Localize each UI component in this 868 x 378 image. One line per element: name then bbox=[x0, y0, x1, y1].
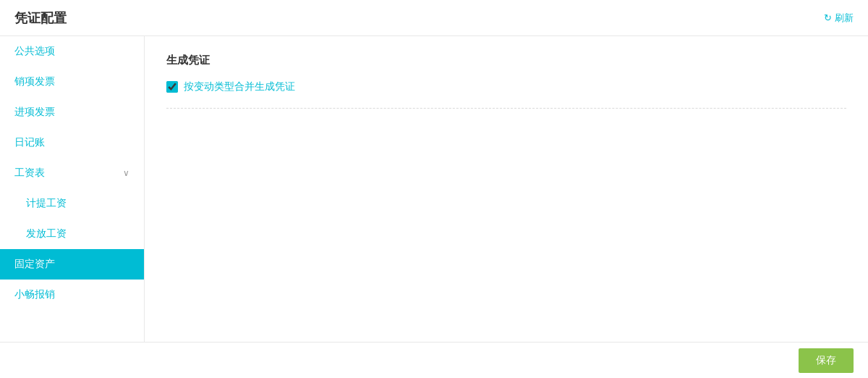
sidebar-item-sales-invoice[interactable]: 销项发票 bbox=[0, 67, 144, 97]
main-container: 公共选项销项发票进项发票日记账工资表∨计提工资发放工资固定资产小畅报销 生成凭证… bbox=[0, 36, 868, 378]
sidebar-item-label: 销项发票 bbox=[14, 75, 55, 88]
sidebar-item-purchase-invoice[interactable]: 进项发票 bbox=[0, 97, 144, 127]
sidebar-item-label: 日记账 bbox=[14, 136, 45, 149]
sidebar-item-fixed-assets[interactable]: 固定资产 bbox=[0, 249, 144, 280]
sidebar-item-public-options[interactable]: 公共选项 bbox=[0, 36, 144, 67]
sidebar-item-expense-report[interactable]: 小畅报销 bbox=[0, 280, 144, 310]
sidebar-item-calc-salary[interactable]: 计提工资 bbox=[0, 188, 144, 219]
sidebar-item-label: 固定资产 bbox=[14, 258, 55, 271]
merge-checkbox-label[interactable]: 按变动类型合并生成凭证 bbox=[184, 80, 295, 93]
sidebar-item-label: 发放工资 bbox=[26, 227, 67, 240]
sidebar-item-label: 计提工资 bbox=[26, 197, 67, 210]
page-header: 凭证配置 ↻ 刷新 bbox=[0, 0, 868, 36]
checkbox-row: 按变动类型合并生成凭证 bbox=[166, 80, 846, 93]
section-title: 生成凭证 bbox=[166, 54, 846, 67]
sidebar-item-label: 公共选项 bbox=[14, 45, 55, 58]
chevron-down-icon: ∨ bbox=[123, 168, 129, 178]
sidebar-item-payroll-table[interactable]: 工资表∨ bbox=[0, 158, 144, 188]
merge-checkbox[interactable] bbox=[166, 81, 178, 93]
refresh-icon: ↻ bbox=[824, 12, 832, 23]
sidebar-item-pay-salary[interactable]: 发放工资 bbox=[0, 219, 144, 249]
sidebar-item-label: 小畅报销 bbox=[14, 288, 55, 301]
sidebar-item-label: 进项发票 bbox=[14, 106, 55, 119]
divider bbox=[166, 108, 846, 109]
refresh-button[interactable]: ↻ 刷新 bbox=[824, 12, 854, 25]
refresh-label: 刷新 bbox=[835, 12, 854, 25]
content-area: 生成凭证 按变动类型合并生成凭证 bbox=[145, 36, 868, 378]
sidebar-item-label: 工资表 bbox=[14, 167, 45, 180]
save-button[interactable]: 保存 bbox=[799, 348, 854, 373]
page-title: 凭证配置 bbox=[14, 9, 67, 27]
sidebar: 公共选项销项发票进项发票日记账工资表∨计提工资发放工资固定资产小畅报销 bbox=[0, 36, 145, 378]
sidebar-item-journal[interactable]: 日记账 bbox=[0, 127, 144, 158]
page-footer: 保存 bbox=[0, 342, 868, 378]
